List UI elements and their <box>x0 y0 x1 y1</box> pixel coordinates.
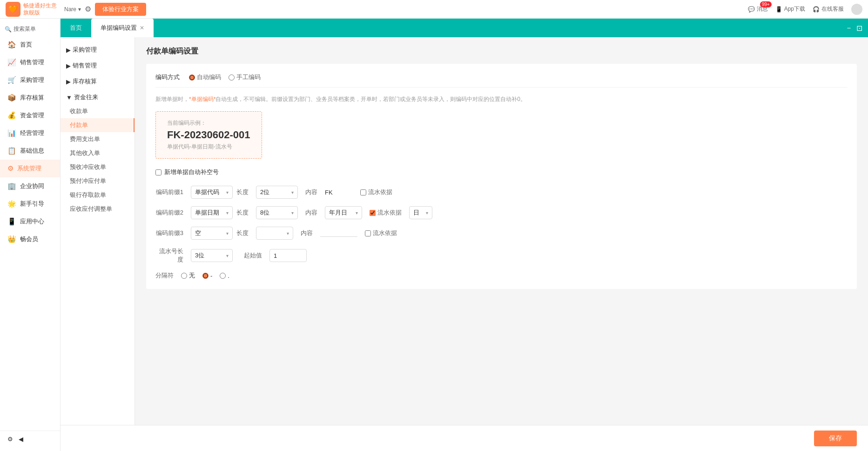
tab-minimize-icon[interactable]: － <box>845 23 853 33</box>
prefix1-serial-input[interactable] <box>360 189 366 195</box>
sidebar-item-guide[interactable]: 🌟 新手引导 <box>0 195 60 213</box>
online-service-button[interactable]: 🎧 在线客服 <box>813 5 844 13</box>
sidebar-collapse-icon[interactable]: ◀ <box>19 436 23 443</box>
save-button[interactable]: 保存 <box>814 431 857 446</box>
sidebar-item-prepayment-receivable[interactable]: 预收冲应收单 <box>61 160 135 174</box>
separator-dash-radio[interactable]: - <box>202 272 212 279</box>
settings-card: 编码方式 自动编码 手工编码 <box>146 64 857 289</box>
sidebar-item-expense[interactable]: 费用支出单 <box>61 132 135 146</box>
start-value-label: 起始值 <box>244 251 262 260</box>
message-button[interactable]: 💬 消息 99+ <box>748 5 768 13</box>
auto-encoding-input[interactable] <box>189 74 195 81</box>
prefix2-serial-unit-select[interactable]: 日 ▾ <box>409 206 432 219</box>
sidebar-item-operation[interactable]: 📊 经营管理 <box>0 124 60 142</box>
code-preview-box: 当前编码示例： FK-20230602-001 单据代码-单据日期-流水号 <box>155 111 262 159</box>
sidebar-item-home[interactable]: 🏠 首页 <box>0 36 60 54</box>
sidebar-item-appcenter[interactable]: 📱 应用中心 <box>0 213 60 230</box>
prefix2-content-select[interactable]: 年月日 ▾ <box>325 206 362 219</box>
manual-encoding-radio[interactable]: 手工编码 <box>229 73 261 81</box>
sidebar-item-receipt[interactable]: 收款单 <box>61 104 135 118</box>
tab-home[interactable]: 首页 <box>61 19 91 37</box>
sidebar-group-capital-header[interactable]: ▼ 资金往来 <box>61 90 135 104</box>
app-download-button[interactable]: 📱 App下载 <box>775 5 805 13</box>
separator-dash-input[interactable] <box>202 273 209 279</box>
avatar[interactable] <box>851 4 862 15</box>
chevron-down-icon: ▾ <box>226 210 229 215</box>
trial-button[interactable]: 体验行业方案 <box>95 3 146 16</box>
serial-length-select[interactable]: 3位 ▾ <box>191 249 233 262</box>
prefix2-content-label: 内容 <box>305 209 317 217</box>
manual-encoding-input[interactable] <box>229 74 235 81</box>
auto-fill-checkbox[interactable] <box>155 169 161 175</box>
prefix2-length-select[interactable]: 8位 ▾ <box>256 206 298 219</box>
sidebar-item-purchase[interactable]: 🛒 采购管理 <box>0 71 60 89</box>
sidebar-settings-icon[interactable]: ⚙ <box>7 436 13 443</box>
enterprise-icon: 🏢 <box>7 182 16 190</box>
auto-fill-row: 新增单据自动补空号 <box>155 168 848 176</box>
sidebar-item-inventory[interactable]: 📦 库存核算 <box>0 89 60 107</box>
sidebar-item-label: 系统管理 <box>17 164 41 173</box>
sidebar-item-payment[interactable]: 付款单 <box>61 118 135 132</box>
top-bar: 🧡 畅捷通好生意 旗舰版 Nare ▾ ⚙ 体验行业方案 💬 消息 99+ 📱 … <box>0 0 868 19</box>
prefix2-length-label: 长度 <box>236 209 249 217</box>
sidebar-item-sales[interactable]: 📈 销售管理 <box>0 54 60 71</box>
sidebar-item-member[interactable]: 👑 畅会员 <box>0 230 60 248</box>
prefix1-select[interactable]: 单据代码 ▾ <box>191 186 233 199</box>
prefix1-serial-checkbox: 流水依据 <box>360 188 392 196</box>
tab-close-icon[interactable]: ✕ <box>140 25 144 31</box>
separator-dot-input[interactable] <box>220 273 226 279</box>
download-icon: 📱 <box>775 6 782 13</box>
sidebar-item-label: 畅会员 <box>20 235 38 243</box>
tab-expand-icon[interactable]: ⊡ <box>856 24 862 33</box>
bottom-bar: 保存 <box>61 425 868 451</box>
base-icon: 📋 <box>7 147 16 155</box>
prefix2-select[interactable]: 单据日期 ▾ <box>191 206 233 219</box>
member-icon: 👑 <box>7 235 16 243</box>
chevron-down-icon: ▾ <box>78 6 81 13</box>
sidebar-group-purchase: ▶ 采购管理 <box>61 43 135 57</box>
sidebar-item-bank-deposit[interactable]: 银行存取款单 <box>61 188 135 202</box>
sidebar-item-ar-ap-adjust[interactable]: 应收应付调整单 <box>61 202 135 216</box>
sidebar-item-finance[interactable]: 💰 资金管理 <box>0 107 60 124</box>
chevron-down-icon: ▾ <box>291 210 294 215</box>
logo-text: 畅捷通好生意 旗舰版 <box>23 2 57 16</box>
prefix3-content-value <box>320 229 357 237</box>
prefix3-label: 编码前缀3 <box>155 229 183 237</box>
chevron-down-icon: ▾ <box>226 253 229 258</box>
sidebar-group-purchase-header[interactable]: ▶ 采购管理 <box>61 43 135 57</box>
home-icon: 🏠 <box>7 40 16 49</box>
prefix2-serial-input[interactable] <box>370 210 376 216</box>
purchase-icon: 🛒 <box>7 76 16 84</box>
prefix3-length-select[interactable]: ▾ <box>256 227 293 240</box>
settings-icon[interactable]: ⚙ <box>85 5 91 13</box>
prefix3-serial-input[interactable] <box>365 230 371 236</box>
separator-dot-radio[interactable]: . <box>220 272 229 279</box>
prefix3-select[interactable]: 空 ▾ <box>191 227 233 240</box>
message-icon: 💬 <box>748 6 755 13</box>
sidebar-search[interactable]: 🔍 搜索菜单 <box>0 22 60 36</box>
prefix2-serial-checkbox: 流水依据 <box>370 209 402 217</box>
prefix1-length-select[interactable]: 2位 ▾ <box>256 186 298 199</box>
separator-none-radio[interactable]: 无 <box>181 271 195 280</box>
sidebar-item-system[interactable]: ⚙ 系统管理 <box>0 160 60 177</box>
company-name: Nare <box>64 6 76 13</box>
sidebar-group-sales-header[interactable]: ▶ 销售管理 <box>61 59 135 73</box>
encoding-method-radio-group: 自动编码 手工编码 <box>189 73 261 81</box>
sidebar-item-base[interactable]: 📋 基础信息 <box>0 142 60 160</box>
tab-area-right: － ⊡ <box>845 23 868 33</box>
tab-encoding-settings[interactable]: 单据编码设置 ✕ <box>91 19 154 37</box>
auto-encoding-radio[interactable]: 自动编码 <box>189 73 221 81</box>
sidebar-item-other-income[interactable]: 其他收入单 <box>61 146 135 160</box>
finance-icon: 💰 <box>7 111 16 120</box>
prefix1-content-value: FK <box>325 189 353 196</box>
separator-none-input[interactable] <box>181 273 187 279</box>
sidebar-item-enterprise[interactable]: 🏢 企业协同 <box>0 177 60 195</box>
separator-row: 分隔符 无 - . <box>155 271 848 280</box>
code-preview-value: FK-20230602-001 <box>167 129 250 141</box>
start-value-input[interactable] <box>269 249 307 262</box>
sidebar-group-inventory-header[interactable]: ▶ 库存核算 <box>61 74 135 88</box>
company-selector[interactable]: Nare ▾ <box>64 6 81 13</box>
content-with-sidebar: ▶ 采购管理 ▶ 销售管理 ▶ 库存核算 <box>61 37 868 425</box>
sidebar-item-label: 基础信息 <box>20 147 44 155</box>
sidebar-item-prepayment-payable[interactable]: 预付冲应付单 <box>61 174 135 188</box>
